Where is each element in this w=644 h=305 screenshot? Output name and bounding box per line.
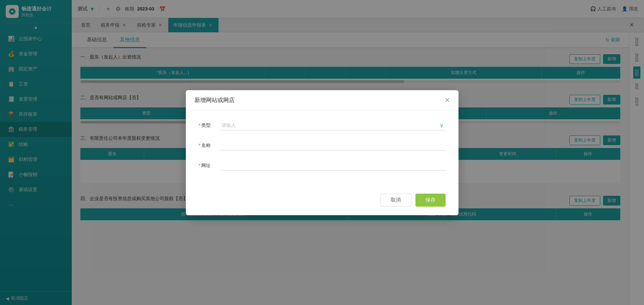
url-input[interactable] xyxy=(220,161,446,171)
add-website-dialog: 新增网站或网店 ✕ *类型 ∨ *名称 xyxy=(186,90,459,215)
dialog-overlay[interactable]: 新增网站或网店 ✕ *类型 ∨ *名称 xyxy=(0,0,644,305)
dialog-body: *类型 ∨ *名称 *网址 xyxy=(186,110,459,189)
dialog-footer: 取消 保存 xyxy=(186,189,459,215)
name-input-wrapper xyxy=(220,140,446,151)
type-label: *类型 xyxy=(199,122,220,129)
cancel-button[interactable]: 取消 xyxy=(380,194,411,207)
dialog-title: 新增网站或网店 xyxy=(194,97,235,104)
form-row-type: *类型 ∨ xyxy=(199,120,446,130)
name-label: *名称 xyxy=(199,142,220,149)
type-input-wrapper: ∨ xyxy=(220,120,446,130)
url-input-wrapper xyxy=(220,161,446,171)
dialog-close-button[interactable]: ✕ xyxy=(445,97,450,103)
type-input[interactable] xyxy=(220,120,446,130)
name-input[interactable] xyxy=(220,140,446,151)
url-label: *网址 xyxy=(199,162,220,169)
dialog-header: 新增网站或网店 ✕ xyxy=(186,90,459,110)
form-row-name: *名称 xyxy=(199,140,446,151)
form-row-url: *网址 xyxy=(199,161,446,171)
save-button[interactable]: 保存 xyxy=(415,194,446,207)
